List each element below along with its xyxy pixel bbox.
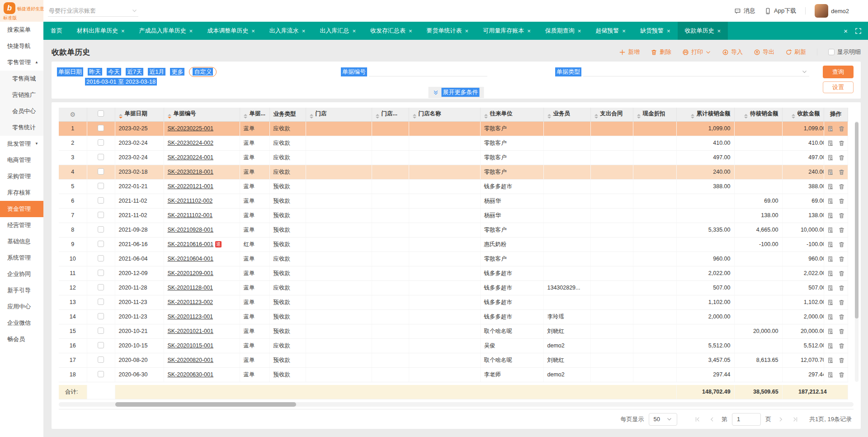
row-checkbox[interactable] <box>98 139 104 146</box>
messages-button[interactable]: 消息 <box>734 7 755 15</box>
column-header-operator[interactable]: 业务员 <box>543 108 590 121</box>
show-detail-toggle[interactable]: 显示明细 <box>828 48 861 56</box>
sidebar-item-系统管理[interactable]: 系统管理 <box>0 250 43 266</box>
row-checkbox[interactable] <box>98 241 104 247</box>
row-checkbox[interactable] <box>98 183 104 189</box>
row-checkbox[interactable] <box>98 125 104 131</box>
tab-缺货预警[interactable]: 缺货预警× <box>633 22 678 40</box>
document-number-link[interactable]: SK-20201123-001 <box>168 314 213 320</box>
column-header-cash[interactable]: 现金折扣 <box>633 108 676 121</box>
sidebar-item-应用中心[interactable]: 应用中心 <box>0 299 43 315</box>
row-checkbox[interactable] <box>98 328 104 334</box>
app-download-button[interactable]: App下载 <box>764 7 796 15</box>
column-header-store[interactable]: 门店 <box>306 108 372 121</box>
row-checkbox[interactable] <box>98 197 104 204</box>
row-checkbox[interactable] <box>98 270 104 276</box>
doc-type-select[interactable] <box>583 67 809 76</box>
column-header-date[interactable]: 单据日期 <box>115 108 164 121</box>
sort-arrows-icon[interactable] <box>594 114 598 119</box>
doc-no-input[interactable] <box>369 67 487 76</box>
sort-arrows-icon[interactable] <box>547 114 551 119</box>
account-select[interactable]: 母婴行业演示账套 <box>48 5 138 17</box>
sort-arrows-icon[interactable] <box>244 114 247 119</box>
first-page-button[interactable] <box>694 416 701 423</box>
document-number-link[interactable]: SK-20201015-001 <box>168 342 213 349</box>
sidebar-item-资金管理[interactable]: 资金管理 <box>0 201 43 217</box>
vertical-scrollbar[interactable] <box>855 121 859 382</box>
tab-收发存汇总表[interactable]: 收发存汇总表× <box>363 22 420 40</box>
tab-收款单历史[interactable]: 收款单历史× <box>678 22 728 40</box>
document-number-link[interactable]: SK-20201128-001 <box>168 285 213 291</box>
sort-arrows-icon[interactable] <box>637 114 641 119</box>
tab-close-icon[interactable]: × <box>251 28 255 34</box>
horizontal-scrollbar[interactable] <box>59 402 854 407</box>
sidebar-item-零售管理[interactable]: 零售管理▲ <box>0 54 43 71</box>
column-header-status[interactable]: 单据... <box>240 108 269 121</box>
document-number-link[interactable]: SK-20201123-002 <box>168 299 213 305</box>
document-number-link[interactable]: SK-20210928-001 <box>168 227 213 233</box>
sort-arrows-icon[interactable] <box>413 114 416 119</box>
sidebar-item-批发管理[interactable]: 批发管理▼ <box>0 136 43 152</box>
tab-要货单统计表[interactable]: 要货单统计表× <box>420 22 476 40</box>
sidebar-item-企业协同[interactable]: 企业协同 <box>0 266 43 282</box>
tab-close-icon[interactable]: × <box>622 28 626 34</box>
gear-icon[interactable]: ⚙ <box>70 111 75 118</box>
row-checkbox[interactable] <box>98 371 104 377</box>
sidebar-item-会员中心[interactable]: 会员中心 <box>0 103 43 119</box>
document-number-link[interactable]: SK-20211102-002 <box>168 198 213 204</box>
row-checkbox[interactable] <box>98 168 104 175</box>
row-checkbox[interactable] <box>98 226 104 233</box>
vertical-scrollbar-thumb[interactable] <box>855 122 859 318</box>
date-quick-option-近7天[interactable]: 近7天 <box>126 68 143 76</box>
sort-arrows-icon[interactable] <box>168 114 171 119</box>
document-number-link[interactable]: SK-20200630-001 <box>168 371 213 378</box>
document-number-link[interactable]: SK-20220121-001 <box>168 183 213 190</box>
date-quick-option-近1月[interactable]: 近1月 <box>148 68 165 76</box>
settings-button[interactable]: 设置 <box>823 81 854 93</box>
column-header-partner[interactable]: 往来单位 <box>480 108 543 121</box>
user-menu[interactable]: demo2 <box>815 4 849 18</box>
sidebar-item-快捷导航[interactable]: 快捷导航 <box>0 38 43 54</box>
tab-close-icon[interactable]: × <box>527 28 531 34</box>
sort-arrows-icon[interactable] <box>376 114 379 119</box>
date-quick-option-今天[interactable]: 今天 <box>107 68 121 76</box>
sidebar-item-畅会员[interactable]: 畅会员 <box>0 331 43 347</box>
column-header-contract[interactable]: 支出合同 <box>590 108 633 121</box>
row-checkbox[interactable] <box>98 356 104 363</box>
date-quick-option-custom[interactable]: 自定义 <box>189 67 217 77</box>
tab-首页[interactable]: 首页 <box>43 22 70 40</box>
query-button[interactable]: 查询 <box>823 66 854 78</box>
horizontal-scrollbar-thumb[interactable] <box>115 402 296 407</box>
last-page-button[interactable] <box>792 416 798 423</box>
document-number-link[interactable]: SK-20230224-002 <box>168 140 213 146</box>
sidebar-item-营销推广[interactable]: 营销推广 <box>0 87 43 103</box>
sort-arrows-icon[interactable] <box>691 114 694 119</box>
tab-close-icon[interactable]: × <box>409 28 412 34</box>
tab-出入库流水[interactable]: 出入库流水× <box>262 22 313 40</box>
fullscreen-icon[interactable] <box>855 28 862 34</box>
document-number-link[interactable]: SK-20201021-001 <box>168 328 213 334</box>
sort-arrows-icon[interactable] <box>792 114 795 119</box>
tab-材料出库单历史[interactable]: 材料出库单历史× <box>70 22 132 40</box>
tab-close-icon[interactable]: × <box>352 28 356 34</box>
select-all-checkbox[interactable] <box>98 110 104 117</box>
document-number-link[interactable]: SK-20210616-001 <box>168 241 213 247</box>
sort-arrows-icon[interactable] <box>484 114 488 119</box>
sidebar-item-新手引导[interactable]: 新手引导 <box>0 282 43 299</box>
toolbar-刷新-button[interactable]: 刷新 <box>785 48 806 56</box>
tab-保质期查询[interactable]: 保质期查询× <box>538 22 589 40</box>
sidebar-item-基础信息[interactable]: 基础信息 <box>0 233 43 250</box>
toolbar-导入-button[interactable]: 导入 <box>722 48 743 56</box>
toolbar-导出-button[interactable]: 导出 <box>754 48 774 56</box>
tab-出入库汇总[interactable]: 出入库汇总× <box>312 22 363 40</box>
row-checkbox[interactable] <box>98 212 104 218</box>
toolbar-新增-button[interactable]: 新增 <box>619 48 640 56</box>
tab-close-icon[interactable]: × <box>465 28 469 34</box>
sort-arrows-icon[interactable] <box>744 114 748 119</box>
date-quick-option-更多[interactable]: 更多 <box>170 68 184 76</box>
tab-close-icon[interactable]: × <box>717 28 721 34</box>
tab-可用量库存账本[interactable]: 可用量库存账本× <box>476 22 538 40</box>
prev-page-button[interactable] <box>709 416 715 423</box>
sidebar-item-零售商城[interactable]: 零售商城 <box>0 71 43 87</box>
row-checkbox[interactable] <box>98 255 104 261</box>
